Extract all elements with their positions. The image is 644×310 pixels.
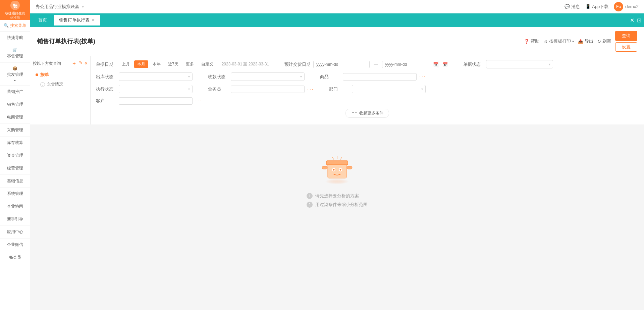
sidebar-item-inventory[interactable]: 库存核算 [0, 137, 30, 149]
search-menu[interactable]: 🔍 搜索菜单 [0, 20, 30, 32]
collapse-scheme-icon[interactable]: « [85, 60, 88, 67]
payment-status-wrap: ▾ [231, 72, 305, 81]
order-status-select[interactable] [486, 60, 553, 68]
content-area: 销售订单执行表(按单) ❓ 帮助 🖨 按模板打印 ▾ 📤 导出 ↻ 刷新 [30, 27, 644, 310]
expected-date-to-input[interactable] [382, 61, 438, 68]
department-wrap: ▾ [352, 85, 426, 93]
exec-status-select[interactable] [119, 85, 193, 93]
filter-panel: 按以下方案查询 ＋ ✎ « 按单 ○ 欠货情况 [30, 56, 644, 124]
date-btn-近7天[interactable]: 近7天 [165, 60, 181, 68]
sidebar-item-appstore[interactable]: 应用中心 [0, 226, 30, 239]
breadcrumb-dropdown-icon[interactable]: ▾ [82, 4, 84, 9]
sidebar-item-sales[interactable]: 销售管理 [0, 98, 30, 111]
sidebar-item-ecommerce[interactable]: 电商管理 [0, 111, 30, 124]
wholesale-label: 批发管理 [7, 72, 23, 78]
sidebar-item-purchase[interactable]: 采购管理 [0, 124, 30, 137]
exec-status-label: 执行状态 [96, 86, 116, 92]
sales-label: 销售管理 [7, 102, 23, 107]
maximize-icon[interactable]: ⊡ [637, 17, 641, 23]
sidebar-item-retail[interactable]: 🛒 零售管理 [0, 44, 30, 63]
calendar-to-icon[interactable]: 📅 [442, 62, 448, 67]
filter-item-department: 部门 ▾ [329, 85, 426, 93]
customer-input[interactable] [119, 97, 193, 105]
department-select[interactable] [352, 85, 426, 93]
collapse-label: 收起更多条件 [359, 110, 383, 116]
close-window-icon[interactable]: ✕ [630, 17, 634, 23]
salesman-more-icon[interactable]: ··· [307, 86, 314, 92]
expected-date-from-input[interactable] [313, 61, 370, 68]
step2-num: 2 [307, 202, 313, 208]
salesman-label: 业务员 [208, 86, 228, 92]
date-btn-本月[interactable]: 本月 [134, 60, 148, 68]
tabbar: 首页 销售订单执行表 ✕ ✕ ⊡ [30, 13, 644, 27]
date-btn-上月[interactable]: 上月 [119, 60, 133, 68]
print-label: 按模板打印 [549, 38, 571, 44]
message-btn[interactable]: 💬 消息 [565, 4, 580, 10]
app-download-btn[interactable]: 📱 App下载 [585, 4, 608, 10]
add-scheme-icon[interactable]: ＋ [71, 60, 77, 67]
svg-point-7 [333, 169, 335, 171]
goods-more-icon[interactable]: ··· [419, 74, 426, 80]
export-btn[interactable]: 📤 导出 [578, 38, 593, 44]
tab-close-icon[interactable]: ✕ [92, 18, 95, 22]
sub-item-欠货情况-label: 欠货情况 [47, 82, 63, 87]
refresh-icon: ↻ [597, 39, 601, 44]
sub-item-欠货情况[interactable]: ○ 欠货情况 [33, 80, 88, 89]
sidebar-item-system[interactable]: 系统管理 [0, 188, 30, 200]
help-btn[interactable]: ❓ 帮助 [524, 38, 539, 44]
sidebar-item-member[interactable]: 畅会员 [0, 251, 30, 264]
ecommerce-label: 电商管理 [7, 114, 23, 120]
filter-row-3: 执行状态 ▾ 业务员 ··· [96, 85, 639, 93]
goods-input[interactable] [343, 73, 417, 81]
sidebar-item-newbie[interactable]: 新手引导 [0, 213, 30, 226]
date-btn-更多[interactable]: 更多 [183, 60, 197, 68]
salesman-input[interactable] [231, 86, 305, 93]
sidebar-item-wholesale[interactable]: 📦 批发管理 ▲ [0, 63, 30, 86]
sidebar-item-operation[interactable]: 经营管理 [0, 162, 30, 175]
filter-fields: 单据日期 上月 本月 本年 近7天 更多 自定义 2023-03-01 至 20… [91, 56, 644, 124]
delivery-status-select[interactable] [119, 72, 193, 81]
operation-label: 经营管理 [7, 165, 23, 171]
query-button[interactable]: 查询 [615, 31, 637, 41]
refresh-btn[interactable]: ↻ 刷新 [597, 38, 611, 44]
tab-home[interactable]: 首页 [33, 15, 52, 25]
edit-scheme-icon[interactable]: ✎ [79, 60, 83, 67]
filter-row-2: 出库状态 ▾ 收款状态 [96, 72, 639, 81]
sidebar-item-enterprise[interactable]: 企业协同 [0, 200, 30, 213]
payment-status-label: 收款状态 [208, 74, 228, 80]
department-label: 部门 [329, 86, 349, 92]
wholesale-icon: 📦 [12, 66, 17, 71]
filter-item-salesman: 业务员 ··· [208, 86, 314, 93]
collapse-more-btn[interactable]: ⌃⌃ 收起更多条件 [345, 109, 389, 118]
tab-sales-order[interactable]: 销售订单执行表 ✕ [54, 15, 100, 25]
avatar: Ea [614, 2, 623, 11]
sidebar-item-quick-nav[interactable]: 快捷导航 [0, 32, 30, 44]
filter-item-exec-status: 执行状态 ▾ [96, 85, 193, 93]
search-label: 搜索菜单 [10, 23, 26, 28]
sidebar-item-wecom[interactable]: 企业微信 [0, 239, 30, 251]
date-range-text: 2023-03-01 至 2023-03-31 [222, 61, 269, 67]
topbar-left: 办公用品行业模拟账套 ▾ [36, 4, 84, 10]
calendar-from-icon[interactable]: 📅 [433, 62, 438, 67]
filter-item-goods: 商品 ··· [320, 73, 426, 81]
message-label: 消息 [571, 4, 580, 10]
payment-status-select[interactable] [231, 72, 305, 81]
sidebar-item-finance[interactable]: 资金管理 [0, 149, 30, 162]
date-btn-自定义[interactable]: 自定义 [198, 60, 216, 68]
enterprise-label: 企业协同 [7, 204, 23, 209]
setting-button[interactable]: 设置 [615, 42, 637, 52]
svg-rect-3 [328, 163, 346, 178]
scheme-item-按单[interactable]: 按单 [33, 70, 88, 80]
user-profile[interactable]: Ea demo2 [614, 2, 639, 11]
customer-more-icon[interactable]: ··· [195, 98, 202, 104]
tab-sales-order-label: 销售订单执行表 [59, 17, 90, 23]
sidebar: 畅 畅捷通好生意 标准版 🔍 搜索菜单 快捷导航 🛒 零售管理 📦 批发管理 ▲… [0, 0, 30, 310]
print-dropdown-icon: ▾ [572, 40, 574, 43]
topbar-right: 💬 消息 📱 App下载 Ea demo2 [565, 2, 639, 11]
app-name: 畅捷通好生意 [5, 11, 25, 15]
print-btn[interactable]: 🖨 按模板打印 ▾ [543, 38, 574, 44]
date-btn-本年[interactable]: 本年 [150, 60, 164, 68]
sidebar-item-basic[interactable]: 基础信息 [0, 175, 30, 188]
order-status-select-wrap: ▾ [486, 60, 553, 68]
sidebar-item-marketing[interactable]: 营销推广 [0, 86, 30, 98]
